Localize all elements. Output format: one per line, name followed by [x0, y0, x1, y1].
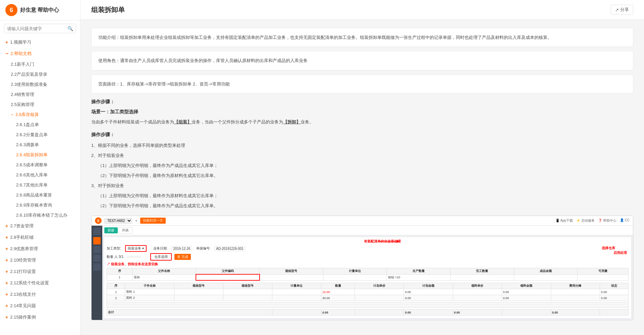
mock-sidebar-mini — [92, 226, 102, 320]
mock-help-center: ❓ 帮助中心 — [598, 218, 616, 223]
sidebar-item-cases[interactable]: +2.15操作案例 — [0, 312, 80, 323]
sidebar-item-newuser[interactable]: 2.1新手入门 — [11, 59, 80, 69]
mock-foot-v2: 0.00 — [321, 310, 355, 316]
sidebar-item-inventory[interactable]: − 2.6库存核算 — [11, 110, 80, 120]
annotation-toggle: ↗ 组装业务、拆卸业务在这里切换 — [107, 262, 629, 267]
expand-icon: + — [5, 292, 8, 297]
main-content: 组装拆卸单 ↗ 分享 功能介绍：组装拆卸单用来处理企业组装或拆卸等加工业务，支持… — [80, 0, 644, 335]
sidebar-item-install[interactable]: 2.2产品安装及登录 — [11, 69, 80, 79]
sidebar-item-purchase[interactable]: 2.5采购管理 — [11, 100, 80, 110]
mock-sth-cost: 费用分摊 — [551, 283, 600, 289]
sidebar-item-ledgererror[interactable]: 2.6.10库存账本错了怎么办 — [16, 210, 80, 220]
steps-list: 1、根据不同的业务，选择不同单据的类型来处理 2、对于组装业务 （1）上部明细为… — [91, 141, 633, 210]
sidebar: 6 好生意 帮助中心 🔍 + 1.视频学习 − 2.帮助文档 2.1新手入门 2… — [0, 0, 80, 335]
sidebar-item-helpdoc[interactable]: − 2.帮助文档 — [0, 48, 80, 59]
mock-type-label: 加工类型: — [107, 246, 121, 251]
info-text-feature: 功能介绍：组装拆卸单用来处理企业组装或拆卸等加工业务，支持有固定装配清单的产品加… — [98, 35, 552, 40]
mock-no-value[interactable]: AD-20191226-001 — [214, 246, 245, 251]
mock-th-seq: 序 — [107, 268, 132, 275]
mock-foot-v7: 0.00 — [551, 310, 600, 316]
sidebar-item-faq[interactable]: +2.14常见问题 — [0, 300, 80, 312]
mock-form-row1: 加工类型: 组装业务 ▾ 业务日期: 2019-12-26 单据编号: AD-2… — [107, 245, 629, 252]
sidebar-item-mobile[interactable]: +2.8手机旺铺 — [0, 232, 80, 243]
sidebar-item-transfer[interactable]: 2.6.3调拨单 — [16, 140, 80, 150]
mock-confirm-btn[interactable]: 发 完成 — [174, 254, 191, 260]
mock-type-select[interactable]: 组装业务 ▾ — [125, 245, 147, 252]
page-title: 组装拆卸单 — [91, 5, 125, 14]
mock-std-planprice2 — [355, 295, 404, 301]
sidebar-item-sales[interactable]: 2.4销售管理 — [11, 90, 80, 100]
mock-th-name: 父件名称 — [132, 268, 196, 275]
mock-tab-list[interactable]: 列表 — [118, 227, 132, 234]
mock-date-label: 业务日期: — [153, 246, 168, 251]
sidebar-item-print[interactable]: +2.11打印设置 — [0, 266, 80, 277]
sidebar-item-video[interactable]: + 1.视频学习 — [0, 37, 80, 48]
mock-std-seq1: 1 — [107, 289, 125, 295]
mock-td-unit1 — [323, 274, 387, 280]
expand-icon: + — [5, 223, 8, 229]
mock-date-value[interactable]: 2019-12-26 — [171, 246, 192, 251]
sidebar-item-ops[interactable]: +2.10经营管理 — [0, 255, 80, 266]
sidebar-item-label: 2.12系统个性化设置 — [10, 280, 49, 286]
mock-no-label: 单据编号: — [196, 246, 211, 251]
sidebar-item-stockcount[interactable]: 2.6.1盘点单 — [16, 120, 80, 130]
mock-foot-v6 — [502, 310, 551, 316]
mock-th-code: 父件编码 — [196, 268, 260, 275]
sidebar-item-stockledger[interactable]: 2.6.9库存账本查询 — [16, 200, 80, 210]
mock-th-avail: 可用量 — [578, 268, 629, 275]
mock-sub-table-wrapper: 无固定清单可批量在这里录入 序 子件名称 规格型号 规格型号 计量 — [107, 283, 629, 316]
sidebar-item-dataprep[interactable]: 2.3使用前数据准备 — [11, 79, 80, 90]
search-box[interactable]: 🔍 — [4, 24, 76, 33]
mock-content: 新建 列表 有装配清单的在这里处理 加工类型: — [102, 226, 633, 320]
search-input[interactable] — [7, 26, 67, 31]
screenshot-mockup: 6 TEST-H002 ✦ 切换到另一方 📱 App下载 ⚡ 启动服务 ❓ 帮助… — [92, 216, 633, 320]
mock-org-select[interactable]: TEST-H002 — [104, 218, 132, 224]
step-3: 3、对于拆卸业务 — [91, 181, 633, 190]
sidebar-item-label: 1.视频学习 — [10, 39, 31, 45]
sidebar-item-coupon[interactable]: +2.9优惠券管理 — [0, 243, 80, 255]
mock-std-seq2: 2 — [107, 295, 125, 301]
sidebar-item-label: 2.10经营管理 — [10, 257, 36, 263]
mock-foot-v1 — [272, 310, 321, 316]
mock-sth-actualamount: 领料金额 — [502, 283, 551, 289]
sidebar-item-label: 2.11打印设置 — [10, 269, 36, 275]
mock-th-prodqty: 生产数量 — [387, 268, 450, 275]
mock-tab-new[interactable]: 新建 — [104, 227, 118, 233]
expand-icon: + — [5, 280, 8, 286]
search-icon[interactable]: 🔍 — [67, 26, 73, 31]
annotation-warehouse: 选择仓库 — [602, 246, 615, 250]
step-3-2: （2）下部明细为子件明细，最终作为产成品生成其它入库单。 — [91, 202, 633, 210]
mock-td-avail1 — [578, 274, 629, 280]
sidebar-item-finance[interactable]: +2.7资金管理 — [0, 220, 80, 232]
share-icon: ↗ — [615, 7, 619, 12]
mock-sth-actualprice: 领料单价 — [453, 283, 502, 289]
scene1-desc: 当由多个子件材料组装成一个成品的业务为【组装】业务，当由一个父件拆分成多个子产品… — [91, 118, 633, 126]
sidebar-item-otherinbound[interactable]: 2.6.6其他入库单 — [16, 170, 80, 180]
sidebar-item-partialcount[interactable]: 2.6.2分量盘点单 — [16, 130, 80, 140]
logo-icon: 6 — [5, 4, 17, 16]
share-button[interactable]: ↗ 分享 — [611, 5, 633, 15]
sidebar-item-assembly[interactable]: 2.6.4组装拆卸单 — [16, 150, 80, 160]
mock-sidebar-icon2 — [93, 237, 101, 244]
mock-th-amount: 成品金额 — [514, 268, 578, 275]
sidebar-item-costadjust[interactable]: 2.6.5成本调整单 — [16, 160, 80, 170]
scene1-heading: 场景一：加工类型选择 — [91, 109, 633, 115]
mock-sth-qty: 数量 — [321, 283, 355, 289]
collapse-sub-icon: − — [11, 112, 13, 117]
mock-std-actualprice1 — [453, 289, 502, 295]
mock-std-unit1 — [272, 289, 321, 295]
sidebar-item-personalize[interactable]: +2.12系统个性化设置 — [0, 277, 80, 289]
sidebar-item-costreset[interactable]: 2.6.8商品成本重算 — [16, 190, 80, 200]
mock-warehouse-select[interactable]: 仓库选用 — [150, 253, 172, 261]
mock-sth-unit: 计量单位 — [272, 283, 321, 289]
mock-qty-label: 数量 人 3/1: — [107, 255, 124, 259]
mock-topbar: 6 TEST-H002 ✦ 切换到另一方 📱 App下载 ⚡ 启动服务 ❓ 帮助… — [92, 216, 633, 226]
mock-switch-btn[interactable]: 切换到另一方 — [140, 218, 166, 224]
mock-qty-field[interactable] — [127, 256, 141, 258]
sidebar-item-payment[interactable]: +2.13在线支付 — [0, 289, 80, 300]
mock-std-cost2 — [551, 295, 600, 301]
mock-std-spec2-2 — [223, 295, 272, 301]
mock-std-name1: 黑料 1 — [125, 289, 174, 295]
mock-th-unit: 计量单位 — [323, 268, 387, 275]
sidebar-item-otheroutbound[interactable]: 2.6.7其他出库单 — [16, 180, 80, 190]
